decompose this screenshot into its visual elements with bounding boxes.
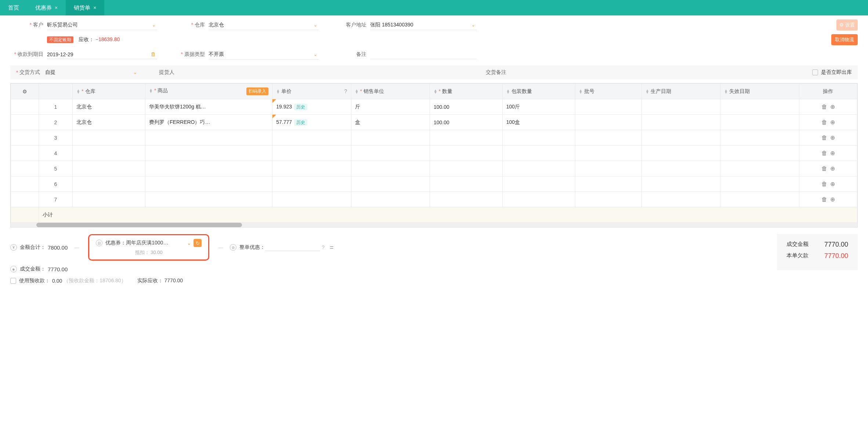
history-badge[interactable]: 历史 [294, 104, 307, 110]
due-date-label: 收款到期日 [18, 51, 43, 57]
close-icon[interactable]: × [93, 5, 96, 11]
receivable-label: 应收： [79, 36, 94, 42]
coupon-label: 优惠券： [105, 240, 126, 246]
add-row-icon[interactable]: ⊕ [830, 165, 835, 172]
add-row-icon[interactable]: ⊕ [830, 135, 835, 141]
use-prepay-label: 使用预收款： [19, 278, 50, 284]
delete-row-icon[interactable]: 🗑 [821, 135, 827, 141]
settings-button[interactable]: ⚙ 设置 [836, 19, 858, 31]
close-icon[interactable]: × [55, 5, 58, 11]
chevron-down-icon[interactable]: ⌄ [314, 22, 317, 28]
currency-icon: ¥ [10, 244, 17, 251]
picker-label: 提货人 [159, 69, 174, 76]
order-discount-input[interactable] [265, 244, 320, 251]
chevron-down-icon[interactable]: ⌄ [187, 240, 191, 246]
address-label: 客户地址 [346, 22, 366, 28]
coupon-deduct-value: 30.00 [151, 250, 163, 255]
col-qty[interactable]: *数量 [430, 84, 502, 99]
customer-field[interactable]: 昕乐贸易公司 ⌄ [47, 20, 157, 30]
coupon-select[interactable]: 周年店庆满1000… [126, 240, 185, 246]
gear-header[interactable]: ⚙ [11, 84, 39, 99]
remark-field[interactable] [370, 50, 477, 59]
delete-row-icon[interactable]: 🗑 [821, 165, 827, 172]
cancel-logistics-button[interactable]: 取消物流 [831, 34, 858, 45]
summary-deal-value: 7770.00 [811, 241, 848, 248]
no-fixed-period-badge: 不固定账期 [47, 36, 73, 43]
add-row-icon[interactable]: ⊕ [830, 150, 835, 156]
remark-label: 备注 [356, 51, 366, 57]
history-badge[interactable]: 历史 [294, 119, 307, 126]
summary-owe-label: 本单欠款 [786, 252, 809, 260]
add-row-icon[interactable]: ⊕ [830, 104, 835, 110]
warehouse-label: 仓库 [195, 22, 205, 28]
chevron-down-icon[interactable]: ⌄ [152, 22, 156, 28]
delivery-bar: *交货方式 自提 ⌄ 提货人 交货备注 是否立即出库 [10, 65, 858, 79]
actual-recv-value: 7770.00 [164, 278, 183, 283]
add-row-icon[interactable]: ⊕ [830, 119, 835, 125]
chevron-down-icon[interactable]: ⌄ [471, 22, 475, 28]
col-unit[interactable]: *销售单位 [351, 84, 430, 99]
footer: ¥ 金额合计： 7800.00 — ⊟ 优惠券： 周年店庆满1000… ⌄ ↻ … [0, 228, 868, 289]
form-area: *客户 昕乐贸易公司 ⌄ *仓库 北京仓 ⌄ 客户地址 张阳 185134003… [0, 15, 868, 62]
delete-row-icon[interactable]: 🗑 [821, 119, 827, 125]
warehouse-field[interactable]: 北京仓 ⌄ [209, 20, 319, 30]
equals-icon: = [330, 244, 334, 251]
use-prepay-checkbox[interactable] [10, 278, 16, 284]
immediate-out-checkbox[interactable] [812, 69, 818, 75]
table-row[interactable]: 1北京仓华美华夫软饼1200g 糕…19.923历史斤100.00100斤🗑⊕ [11, 99, 857, 115]
table-row[interactable]: 3🗑⊕ [11, 130, 857, 146]
help-icon[interactable]: ? [344, 88, 347, 94]
tab-sales[interactable]: 销货单× [66, 0, 104, 15]
col-product[interactable]: *商品扫码录入 [145, 84, 272, 99]
table-header-row: ⚙ *仓库 *商品扫码录入 单价? *销售单位 *数量 包装数量 批号 生产日期… [11, 84, 857, 99]
col-warehouse[interactable]: *仓库 [73, 84, 145, 99]
delete-row-icon[interactable]: 🗑 [821, 181, 827, 187]
delete-row-icon[interactable]: 🗑 [821, 150, 827, 156]
tab-coupon[interactable]: 优惠券× [27, 0, 66, 15]
delivery-remark-label: 交货备注 [486, 69, 506, 76]
col-price[interactable]: 单价? [272, 84, 351, 99]
add-row-icon[interactable]: ⊕ [830, 181, 835, 187]
table-row[interactable]: 4🗑⊕ [11, 146, 857, 161]
refresh-coupon-button[interactable]: ↻ [194, 239, 202, 247]
summary-deal-label: 成交金额 [786, 241, 809, 248]
total-value: 7800.00 [48, 244, 68, 251]
delivery-method-field[interactable]: 自提 [45, 69, 111, 76]
prepay-balance-label: （预收款金额： [64, 278, 100, 283]
add-row-icon[interactable]: ⊕ [830, 196, 835, 203]
col-ops: 操作 [799, 84, 857, 99]
table-row[interactable]: 5🗑⊕ [11, 161, 857, 176]
coupon-highlight-box: ⊟ 优惠券： 周年店庆满1000… ⌄ ↻ 抵扣： 30.00 [88, 234, 209, 261]
tab-home[interactable]: 首页 [0, 0, 27, 15]
col-mfg[interactable]: 生产日期 [641, 84, 720, 99]
chevron-down-icon[interactable]: ⌄ [314, 52, 317, 57]
col-pack[interactable]: 包装数量 [502, 84, 575, 99]
table-row[interactable]: 7🗑⊕ [11, 192, 857, 207]
prepay-value: 0.00 [52, 278, 62, 284]
col-batch[interactable]: 批号 [575, 84, 641, 99]
coupon-deduct-label: 抵扣： [135, 250, 149, 255]
scan-badge[interactable]: 扫码录入 [246, 87, 268, 95]
delete-row-icon[interactable]: 🗑 [821, 196, 827, 203]
invoice-type-label: 票据类型 [184, 51, 205, 57]
table-row[interactable]: 2北京仓费列罗（FERRERO）巧…57.777历史盒100.00100盒🗑⊕ [11, 115, 857, 130]
table-row[interactable]: 6🗑⊕ [11, 176, 857, 192]
total-label: 金额合计： [20, 244, 46, 251]
horizontal-scrollbar[interactable] [11, 223, 857, 227]
order-discount-label: 整单优惠： [239, 244, 265, 251]
invoice-type-field[interactable]: 不开票 ⌄ [209, 50, 319, 60]
col-exp[interactable]: 失效日期 [720, 84, 799, 99]
prepay-balance-value: 18706.80） [100, 278, 126, 283]
summary-box: 成交金额 7770.00 本单欠款 7770.00 [777, 234, 858, 270]
actual-recv-label: 实际应收： [137, 278, 163, 283]
calendar-icon[interactable]: 🗓 [151, 51, 156, 57]
address-field[interactable]: 张阳 18513400390 ⌄ [370, 20, 477, 30]
help-icon[interactable]: ? [322, 244, 325, 250]
coupon-icon: ⊟ [96, 240, 102, 246]
delete-row-icon[interactable]: 🗑 [821, 104, 827, 110]
chevron-down-icon[interactable]: ⌄ [133, 70, 137, 75]
subtotal-row: 小计 [11, 207, 857, 223]
tab-bar: 首页 优惠券× 销货单× [0, 0, 868, 15]
due-date-field[interactable]: 2019-12-29 🗓 [47, 50, 157, 59]
summary-owe-value: 7770.00 [811, 252, 848, 260]
